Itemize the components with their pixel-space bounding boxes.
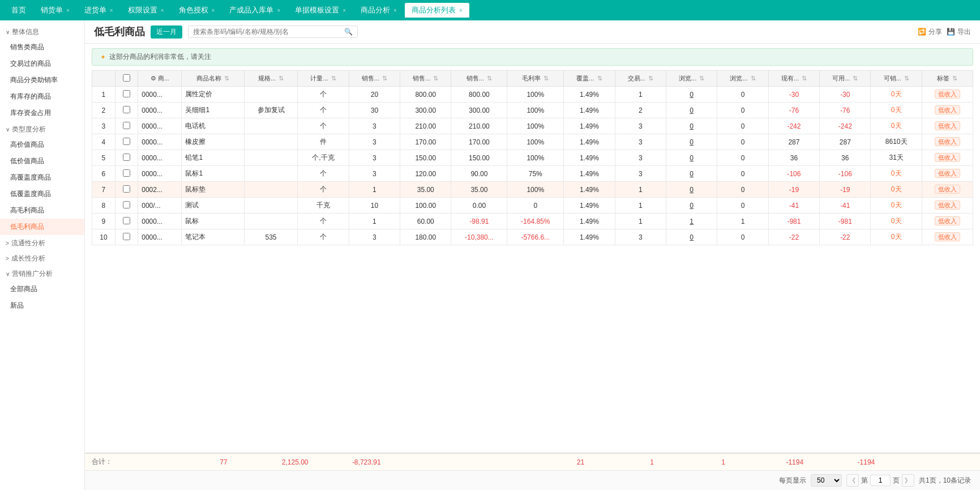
- cell-checkbox[interactable]: [115, 198, 138, 214]
- sidebar-item-高毛利商品[interactable]: 高毛利商品: [0, 202, 84, 219]
- col-header-spec[interactable]: 规格... ⇅: [244, 71, 298, 87]
- cell-checkbox[interactable]: [115, 150, 138, 166]
- cell-checkbox[interactable]: [115, 134, 138, 150]
- search-icon[interactable]: 🔍: [344, 28, 353, 36]
- nav-item-进货单[interactable]: 进货单×: [78, 3, 120, 18]
- col-header-saleable[interactable]: 可销... ⇅: [871, 71, 922, 87]
- sidebar-group-流通性分析[interactable]: >流通性分析: [0, 235, 84, 250]
- sidebar-item-低价值商品[interactable]: 低价值商品: [0, 153, 84, 169]
- select-all-checkbox[interactable]: [123, 74, 130, 82]
- cell-checkbox[interactable]: [115, 182, 138, 198]
- col-header-sales_qty[interactable]: 销售... ⇅: [349, 71, 400, 87]
- browse-link[interactable]: 0: [690, 138, 694, 146]
- col-header-current_stock[interactable]: 现有... ⇅: [768, 71, 819, 87]
- nav-item-角色授权[interactable]: 角色授权×: [172, 3, 222, 18]
- sidebar-item-低覆盖度商品[interactable]: 低覆盖度商品: [0, 186, 84, 202]
- export-button[interactable]: 💾 导出: [947, 27, 971, 37]
- browse-link[interactable]: 0: [690, 122, 694, 130]
- cell-checkbox[interactable]: [115, 103, 138, 118]
- row-checkbox[interactable]: [123, 201, 130, 208]
- sidebar-item-库存资金占用[interactable]: 库存资金占用: [0, 105, 84, 121]
- sidebar-item-新品[interactable]: 新品: [0, 297, 84, 314]
- cell-checkbox[interactable]: [115, 229, 138, 245]
- nav-item-权限设置[interactable]: 权限设置×: [121, 3, 171, 18]
- sidebar-group-整体信息[interactable]: ∨整体信息: [0, 24, 84, 39]
- nav-close-icon[interactable]: ×: [277, 7, 280, 14]
- footer-empty3: [902, 458, 973, 466]
- col-header-available[interactable]: 可用... ⇅: [820, 71, 871, 87]
- nav-close-icon[interactable]: ×: [393, 7, 397, 14]
- search-input[interactable]: [193, 28, 344, 36]
- browse-link[interactable]: 0: [690, 106, 694, 114]
- browse-link[interactable]: 0: [690, 186, 694, 194]
- cell-name: 橡皮擦: [182, 134, 244, 150]
- nav-close-icon[interactable]: ×: [459, 7, 463, 14]
- nav-item-产成品入库单[interactable]: 产成品入库单×: [222, 3, 287, 18]
- col-header-checkbox[interactable]: [115, 71, 138, 87]
- sidebar-item-有库存的商品[interactable]: 有库存的商品: [0, 88, 84, 105]
- row-checkbox[interactable]: [123, 106, 130, 113]
- sidebar-group-类型度分析[interactable]: ∨类型度分析: [0, 121, 84, 137]
- sidebar-item-高覆盖度商品[interactable]: 高覆盖度商品: [0, 169, 84, 186]
- nav-close-icon[interactable]: ×: [66, 7, 70, 14]
- row-checkbox[interactable]: [123, 217, 130, 224]
- col-header-cover_rate[interactable]: 覆盖... ⇅: [564, 71, 615, 87]
- nav-close-icon[interactable]: ×: [161, 7, 164, 14]
- per-page-select[interactable]: 102050100: [811, 474, 842, 487]
- row-checkbox[interactable]: [123, 90, 130, 97]
- col-header-sales_profit[interactable]: 销售... ⇅: [451, 71, 507, 87]
- browse-link[interactable]: 0: [690, 202, 694, 210]
- col-header-index[interactable]: [92, 71, 115, 87]
- browse-link[interactable]: 0: [690, 170, 694, 178]
- nav-item-商品分析[interactable]: 商品分析×: [354, 3, 404, 18]
- sidebar-item-低毛利商品[interactable]: 低毛利商品: [0, 219, 84, 235]
- cell-spec: [244, 87, 298, 103]
- cell-saleable: 0天: [871, 166, 922, 182]
- col-header-name[interactable]: 商品名称 ⇅: [182, 71, 244, 87]
- cell-checkbox[interactable]: [115, 166, 138, 182]
- row-checkbox[interactable]: [123, 169, 130, 177]
- nav-item-首页[interactable]: 首页: [5, 3, 33, 18]
- col-header-gross_rate[interactable]: 毛利率 ⇅: [507, 71, 564, 87]
- nav-close-icon[interactable]: ×: [212, 7, 215, 14]
- row-checkbox[interactable]: [123, 185, 130, 193]
- sidebar-item-销售类商品[interactable]: 销售类商品: [0, 39, 84, 56]
- cell-spec: 参加复试: [244, 103, 298, 118]
- sidebar-item-交易过的商品[interactable]: 交易过的商品: [0, 56, 84, 72]
- share-button[interactable]: 🔁 分享: [918, 27, 942, 37]
- nav-close-icon[interactable]: ×: [110, 7, 113, 14]
- cell-checkbox[interactable]: [115, 214, 138, 229]
- sidebar-item-高价值商品[interactable]: 高价值商品: [0, 137, 84, 153]
- next-page-button[interactable]: 》: [902, 474, 914, 487]
- row-checkbox[interactable]: [123, 233, 130, 240]
- browse-link[interactable]: 0: [690, 233, 694, 241]
- cell-checkbox[interactable]: [115, 87, 138, 103]
- col-header-unit[interactable]: 计量... ⇅: [298, 71, 349, 87]
- col-header-browse1[interactable]: 浏览... ⇅: [666, 71, 717, 87]
- row-checkbox[interactable]: [123, 138, 130, 145]
- browse-link[interactable]: 0: [690, 154, 694, 162]
- sidebar-item-全部商品[interactable]: 全部商品: [0, 281, 84, 297]
- col-header-code[interactable]: ⚙ 商...: [138, 71, 182, 87]
- cell-tag: 低收入: [922, 198, 973, 214]
- sidebar-item-商品分类助销率[interactable]: 商品分类助销率: [0, 72, 84, 88]
- page-number-input[interactable]: [870, 475, 891, 486]
- nav-item-销货单[interactable]: 销货单×: [34, 3, 76, 18]
- browse-link[interactable]: 1: [690, 218, 694, 225]
- nav-close-icon[interactable]: ×: [343, 7, 346, 14]
- col-header-tag[interactable]: 标签 ⇅: [922, 71, 973, 87]
- sidebar-group-营销推广分析[interactable]: ∨营销推广分析: [0, 266, 84, 281]
- cell-checkbox[interactable]: [115, 118, 138, 134]
- prev-page-button[interactable]: 《: [846, 474, 859, 487]
- col-header-trade[interactable]: 交易... ⇅: [615, 71, 666, 87]
- col-header-browse2[interactable]: 浏览... ⇅: [717, 71, 768, 87]
- row-checkbox[interactable]: [123, 154, 130, 161]
- nav-item-单据模板设置[interactable]: 单据模板设置×: [288, 3, 353, 18]
- row-checkbox[interactable]: [123, 122, 130, 129]
- sidebar-group-成长性分析[interactable]: >成长性分析: [0, 250, 84, 266]
- date-filter-button[interactable]: 近一月: [151, 25, 182, 39]
- nav-item-商品分析列表[interactable]: 商品分析列表×: [405, 3, 469, 18]
- browse-link[interactable]: 0: [690, 91, 694, 99]
- col-header-sales_price[interactable]: 销售... ⇅: [400, 71, 451, 87]
- cell-browse1: 0: [666, 87, 717, 103]
